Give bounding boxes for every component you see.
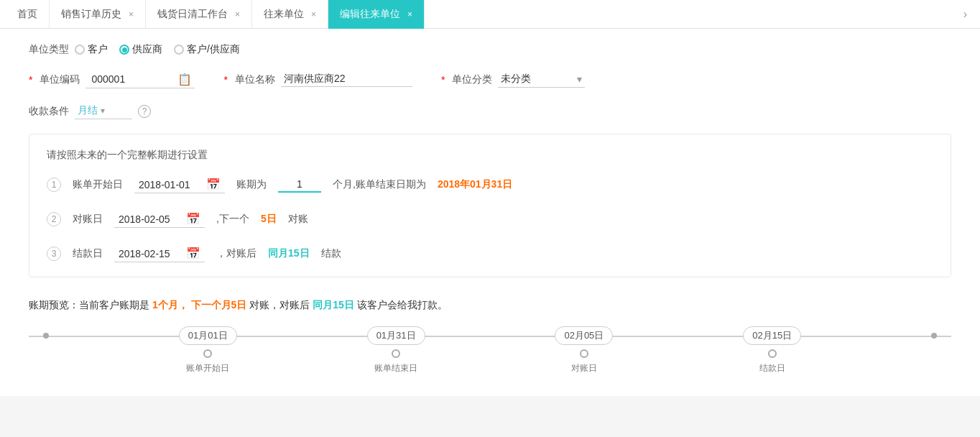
tab-close-sales-order[interactable]: × [129, 9, 134, 19]
node-date-4: 02月15日 [743, 326, 801, 345]
unit-type-radio-group: 客户 供应商 客户/供应商 [75, 43, 240, 56]
unit-type-label: 单位类型 [29, 43, 69, 56]
unit-name-field: * 单位名称 [223, 72, 412, 87]
period-date-1: 📅 [134, 176, 225, 193]
tabs-expand-button[interactable]: › [956, 8, 974, 21]
period-suffix-after-3: 结款 [321, 247, 341, 260]
timeline-node-3: 02月05日 对账日 [555, 326, 613, 374]
period-day-highlight-2: 5日 [261, 213, 277, 226]
radio-circle-customer [75, 45, 85, 55]
preview-payment-day: 同月15日 [313, 299, 354, 310]
radio-circle-supplier [119, 45, 129, 55]
preview-label: 账期预览：当前客户账期是 [29, 299, 149, 310]
radio-label-supplier: 供应商 [132, 43, 162, 56]
timeline-end-dot [931, 333, 937, 339]
period-end-date-highlight: 2018年01月31日 [438, 178, 512, 191]
timeline-node-4: 02月15日 结款日 [743, 326, 801, 374]
node-label-2: 账单结束日 [374, 362, 417, 374]
tab-partner-unit[interactable]: 往来单位 × [252, 0, 328, 29]
category-dropdown-arrow: ▾ [577, 73, 582, 85]
period-label-1: 账单开始日 [73, 178, 123, 191]
tab-sales-order-history[interactable]: 销售订单历史 × [50, 0, 146, 29]
period-suffix-before-2: ,下一个 [216, 213, 249, 226]
preview-part3: 对账，对账后 [249, 299, 310, 310]
tab-close-cash-ledger[interactable]: × [235, 9, 240, 19]
unit-code-required: * [29, 74, 32, 86]
period-day-highlight-3: 同月15日 [268, 247, 310, 260]
unit-type-row: 单位类型 客户 供应商 客户/供应商 [29, 43, 951, 56]
row-num-1: 1 [47, 178, 61, 192]
node-label-1: 账单开始日 [186, 362, 229, 374]
calendar-icon-1[interactable]: 📅 [206, 178, 221, 191]
preview-part5: 该客户会给我打款。 [357, 299, 448, 310]
node-date-3: 02月05日 [555, 326, 613, 345]
tab-close-partner-unit[interactable]: × [311, 9, 316, 19]
payment-terms-arrow: ▾ [101, 106, 105, 116]
page-content: 单位类型 客户 供应商 客户/供应商 * 单位编码 [0, 29, 980, 396]
payment-terms-select[interactable]: 月结 ▾ [75, 103, 132, 119]
node-circle-4 [768, 349, 777, 358]
help-icon[interactable]: ? [138, 105, 151, 118]
radio-label-customer: 客户 [88, 43, 108, 56]
node-circle-1 [203, 349, 212, 358]
tab-cash-ledger[interactable]: 钱货日清工作台 × [146, 0, 252, 29]
timeline-node-2: 01月31日 账单结束日 [367, 326, 425, 374]
unit-name-label: 单位名称 [235, 73, 275, 86]
unit-category-label: 单位分类 [452, 73, 492, 86]
period-row-3: 3 结款日 📅 ，对账后 同月15日 结款 [47, 245, 933, 262]
timeline-container: 01月01日 账单开始日 01月31日 账单结束日 02月05日 对账日 02月… [29, 326, 951, 374]
timeline-nodes: 01月01日 账单开始日 01月31日 账单结束日 02月05日 对账日 02月… [43, 326, 937, 374]
period-suffix-after-1: 个月,账单结束日期为 [333, 178, 426, 191]
radio-supplier[interactable]: 供应商 [119, 43, 162, 56]
period-suffix-before-3: ，对账后 [216, 247, 256, 260]
preview-text: 账期预览：当前客户账期是 1个月， 下一个月5日 对账，对账后 同月15日 该客… [29, 299, 951, 312]
period-months-input[interactable] [278, 177, 321, 193]
unit-code-label: 单位编码 [40, 73, 80, 86]
unit-category-value: 未分类 [501, 73, 531, 86]
unit-category-field: * 单位分类 未分类 ▾ [441, 71, 585, 88]
period-label-2: 对账日 [73, 213, 103, 226]
timeline-start-dot [43, 333, 49, 339]
period-label-3: 结款日 [73, 247, 103, 260]
period-date-3: 📅 [114, 245, 205, 262]
unit-info-row: * 单位编码 📋 * 单位名称 * 单位分类 未分类 ▾ [29, 70, 951, 88]
node-label-3: 对账日 [571, 362, 597, 374]
tab-close-edit-partner-unit[interactable]: × [407, 9, 412, 19]
payment-terms-row: 收款条件 月结 ▾ ? [29, 103, 951, 119]
row-num-2: 2 [47, 212, 61, 226]
unit-name-input[interactable] [281, 72, 412, 87]
period-date-input-1[interactable] [139, 179, 203, 190]
radio-label-both: 客户/供应商 [187, 43, 240, 56]
node-circle-3 [580, 349, 588, 358]
unit-code-input-wrapper: 📋 [85, 70, 195, 88]
node-label-4: 结款日 [759, 362, 785, 374]
period-date-input-3[interactable] [119, 248, 183, 259]
unit-code-field: * 单位编码 📋 [29, 70, 195, 88]
unit-code-input[interactable] [88, 72, 175, 86]
period-suffix-before-1: 账期为 [236, 178, 267, 191]
node-date-2: 01月31日 [367, 326, 425, 345]
unit-category-select[interactable]: 未分类 ▾ [498, 71, 585, 88]
preview-section: 账期预览：当前客户账期是 1个月， 下一个月5日 对账，对账后 同月15日 该客… [29, 292, 951, 382]
payment-terms-value: 月结 [78, 104, 98, 117]
row-num-3: 3 [47, 247, 61, 261]
node-date-1: 01月01日 [179, 326, 237, 345]
preview-months: 1个月， [152, 299, 188, 310]
calendar-icon-2[interactable]: 📅 [186, 212, 200, 226]
calendar-icon-3[interactable]: 📅 [186, 247, 200, 260]
timeline-node-1: 01月01日 账单开始日 [179, 326, 237, 374]
payment-terms-label: 收款条件 [29, 105, 69, 118]
tab-edit-partner-unit[interactable]: 编辑往来单位 × [328, 0, 425, 29]
radio-circle-both [174, 45, 184, 55]
period-row-1: 1 账单开始日 📅 账期为 个月,账单结束日期为 2018年01月31日 [47, 176, 933, 193]
tab-home[interactable]: 首页 [6, 0, 50, 29]
period-suffix-after-2: 对账 [288, 213, 308, 226]
radio-both[interactable]: 客户/供应商 [174, 43, 240, 56]
unit-name-required: * [223, 74, 227, 86]
unit-code-copy-icon[interactable]: 📋 [177, 73, 192, 86]
preview-reconcile-day: 下一个月5日 [191, 299, 247, 310]
payment-terms-field: 收款条件 月结 ▾ ? [29, 103, 151, 119]
period-date-input-2[interactable] [119, 213, 183, 225]
radio-customer[interactable]: 客户 [75, 43, 108, 56]
period-box-title: 请按照未来的一个完整帐期进行设置 [47, 149, 933, 162]
